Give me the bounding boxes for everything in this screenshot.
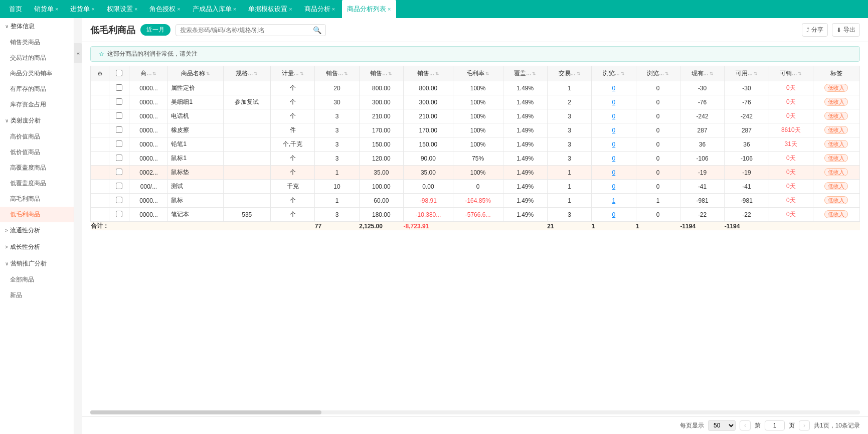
sidebar-item-低价值商品[interactable]: 低价值商品	[0, 144, 74, 160]
sidebar-group-流通性分析[interactable]: >流通性分析	[0, 222, 74, 239]
select-all-checkbox[interactable]	[116, 70, 122, 76]
col-current-stock[interactable]: 现有...⇅	[680, 66, 724, 81]
nav-item-权限设置[interactable]: 权限设置 ×	[102, 0, 142, 18]
row-browse1[interactable]: 0	[592, 123, 636, 137]
nav-item-角色授权[interactable]: 角色授权 ×	[144, 0, 185, 18]
col-name[interactable]: 商品名称⇅	[168, 66, 223, 81]
sidebar-group-成长性分析[interactable]: >成长性分析	[0, 239, 74, 255]
row-checkbox[interactable]	[109, 137, 129, 152]
col-unit[interactable]: 计量...⇅	[271, 66, 315, 81]
row-checkbox[interactable]	[109, 81, 129, 95]
sidebar-item-交易过的商品[interactable]: 交易过的商品	[0, 50, 74, 66]
search-icon[interactable]: 🔍	[313, 26, 321, 34]
filter-button[interactable]: 近一月	[140, 24, 170, 36]
next-page-button[interactable]: ›	[799, 420, 810, 430]
nav-close-icon[interactable]: ×	[332, 6, 335, 12]
col-sales-qty[interactable]: 销售...⇅	[315, 66, 359, 81]
col-gross-margin[interactable]: 毛利率⇅	[453, 66, 503, 81]
nav-close-icon[interactable]: ×	[233, 6, 236, 12]
row-checkbox[interactable]	[109, 109, 129, 123]
nav-close-icon[interactable]: ×	[388, 6, 391, 12]
nav-close-icon[interactable]: ×	[91, 6, 94, 12]
sidebar-item-高毛利商品[interactable]: 高毛利商品	[0, 191, 74, 207]
col-coverage[interactable]: 覆盖...⇅	[503, 66, 547, 81]
row-checkbox[interactable]	[109, 152, 129, 166]
row-spec	[223, 137, 271, 152]
nav-item-首页[interactable]: 首页	[4, 0, 27, 18]
nav-close-icon[interactable]: ×	[55, 6, 58, 12]
nav-close-icon[interactable]: ×	[289, 6, 292, 12]
sidebar-item-高价值商品[interactable]: 高价值商品	[0, 129, 74, 144]
row-browse1[interactable]: 0	[592, 208, 636, 222]
row-browse2: 0	[636, 109, 680, 123]
row-available: 287	[725, 123, 769, 137]
row-browse1[interactable]: 0	[592, 180, 636, 194]
page-size-select[interactable]: 50 20 100	[708, 420, 736, 431]
row-check[interactable]	[116, 84, 122, 91]
sidebar-item-库存资金占用[interactable]: 库存资金占用	[0, 97, 74, 112]
row-available: -22	[725, 208, 769, 222]
row-browse1[interactable]: 0	[592, 95, 636, 109]
row-browse1[interactable]: 1	[592, 194, 636, 208]
col-code[interactable]: 商...⇅	[129, 66, 168, 81]
row-checkbox[interactable]	[109, 166, 129, 180]
row-trade: 2	[547, 95, 591, 109]
sidebar-group-类射度分析[interactable]: ∨类射度分析	[0, 112, 74, 129]
nav-item-进货单[interactable]: 进货单 ×	[65, 0, 99, 18]
row-browse1[interactable]: 0	[592, 109, 636, 123]
row-check[interactable]	[116, 169, 122, 175]
export-button[interactable]: ⬇ 导出	[832, 23, 860, 37]
row-checkbox[interactable]	[109, 180, 129, 194]
prev-page-button[interactable]: ‹	[740, 420, 751, 430]
col-trade[interactable]: 交易...⇅	[547, 66, 591, 81]
nav-item-商品分析列表[interactable]: 商品分析列表 ×	[342, 0, 396, 18]
col-settings[interactable]: ⚙	[91, 66, 109, 81]
col-saleable[interactable]: 可销...⇅	[769, 66, 813, 81]
row-check[interactable]	[116, 155, 122, 161]
row-check[interactable]	[116, 183, 122, 189]
search-input[interactable]	[180, 27, 313, 34]
row-browse1[interactable]: 0	[592, 152, 636, 166]
row-check[interactable]	[116, 98, 122, 105]
col-sales-profit[interactable]: 销售...⇅	[404, 66, 453, 81]
sidebar-item-全部商品[interactable]: 全部商品	[0, 272, 74, 287]
nav-item-单据模板设置[interactable]: 单据模板设置 ×	[243, 0, 297, 18]
sidebar-group-整体信息[interactable]: ∨整体信息	[0, 18, 74, 35]
sidebar-item-新品[interactable]: 新品	[0, 287, 74, 303]
sidebar-item-低毛利商品[interactable]: 低毛利商品	[0, 207, 74, 222]
settings-icon[interactable]: ⚙	[97, 70, 103, 77]
sidebar-collapse-btn[interactable]: «	[74, 43, 82, 63]
row-browse1[interactable]: 0	[592, 137, 636, 152]
col-browse2[interactable]: 浏览...⇅	[636, 66, 680, 81]
page-number-input[interactable]	[765, 420, 785, 430]
col-sales-price[interactable]: 销售...⇅	[359, 66, 403, 81]
scrollbar-thumb[interactable]	[90, 410, 321, 414]
row-checkbox[interactable]	[109, 123, 129, 137]
col-spec[interactable]: 规格...⇅	[223, 66, 271, 81]
col-browse1[interactable]: 浏览...⇅	[592, 66, 636, 81]
horizontal-scrollbar[interactable]	[90, 410, 860, 414]
row-checkbox[interactable]	[109, 194, 129, 208]
sidebar-item-有库存的商品[interactable]: 有库存的商品	[0, 81, 74, 97]
row-checkbox[interactable]	[109, 95, 129, 109]
row-checkbox[interactable]	[109, 208, 129, 222]
row-check[interactable]	[116, 197, 122, 203]
share-button[interactable]: ⤴ 分享	[802, 23, 828, 37]
sidebar-item-高覆盖度商品[interactable]: 高覆盖度商品	[0, 160, 74, 176]
row-browse1[interactable]: 0	[592, 166, 636, 180]
nav-item-产成品入库单[interactable]: 产成品入库单 ×	[188, 0, 241, 18]
row-check[interactable]	[116, 126, 122, 133]
sidebar-item-商品分类助销率[interactable]: 商品分类助销率	[0, 66, 74, 81]
sidebar-group-营销推广分析[interactable]: ∨营销推广分析	[0, 255, 74, 272]
nav-item-销货单[interactable]: 销货单 ×	[29, 0, 63, 18]
row-check[interactable]	[116, 112, 122, 119]
row-check[interactable]	[116, 140, 122, 147]
row-check[interactable]	[116, 211, 122, 217]
nav-close-icon[interactable]: ×	[177, 6, 180, 12]
sidebar-item-销售类商品[interactable]: 销售类商品	[0, 35, 74, 50]
row-browse1[interactable]: 0	[592, 81, 636, 95]
nav-close-icon[interactable]: ×	[134, 6, 137, 12]
nav-item-商品分析[interactable]: 商品分析 ×	[299, 0, 340, 18]
sidebar-item-低覆盖度商品[interactable]: 低覆盖度商品	[0, 176, 74, 191]
col-available[interactable]: 可用...⇅	[725, 66, 769, 81]
